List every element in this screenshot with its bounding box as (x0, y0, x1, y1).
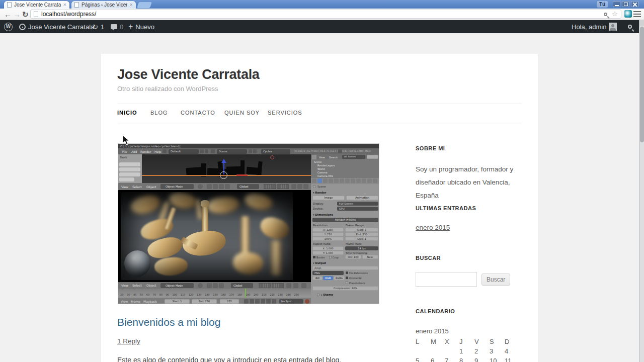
blender-right-panel: View Search All Scenes Scene RenderLayer… (311, 154, 379, 304)
minimize-button[interactable] (613, 1, 620, 7)
admin-bar-new[interactable]: + Nuevo (128, 20, 154, 33)
updates-icon: ↻ (93, 22, 98, 32)
jump-start-icon (244, 299, 249, 304)
nav-inicio[interactable]: INICIO (117, 110, 137, 116)
nav-contacto[interactable]: CONTACTO (181, 110, 215, 116)
site-tagline: Otro sitio realizado con WordPress (117, 85, 218, 93)
site-title[interactable]: Jose Vicente Carratala (117, 67, 260, 82)
rendered-tuning-pegs-photo (121, 192, 293, 280)
layers-grid (264, 185, 275, 189)
render-tab-icon (317, 178, 322, 183)
comments-icon (111, 24, 117, 29)
profile-badge[interactable]: Tú (597, 1, 608, 8)
nav-blog[interactable]: BLOG (150, 110, 168, 116)
record-icon (305, 299, 309, 304)
outliner-tree: Scene RenderLayers World Camera Camera.0… (311, 159, 379, 178)
browser-tab-1[interactable]: Jose Vicente Carratala | Otr × (4, 1, 69, 9)
browser-toolbar: ← → ↻ localhost/wordpress/ ☆ (0, 9, 644, 20)
divider (117, 124, 522, 124)
plus-icon: + (128, 22, 133, 31)
border-checkbox (313, 256, 315, 258)
page-favicon (74, 2, 79, 8)
sidebar-recent-heading: ULTIMAS ENTRADAS (416, 205, 476, 211)
scroll-up-arrow[interactable] (639, 20, 644, 26)
sidebar-calendar-heading: CALENDARIO (416, 308, 455, 314)
placeholders-checkbox (346, 282, 348, 284)
overwrite-checkbox (346, 277, 348, 279)
url-host: localhost (41, 11, 65, 18)
wp-logo[interactable]: W (4, 20, 13, 33)
admin-bar-account[interactable]: Hola, admin (572, 20, 617, 33)
nav-servicios[interactable]: SERVICIOS (268, 110, 302, 116)
nav-quien-soy[interactable]: QUIEN SOY (224, 110, 260, 116)
prev-keyframe-icon (250, 299, 254, 304)
bookmark-star-icon[interactable]: ☆ (612, 11, 618, 18)
browser-tab-2[interactable]: Páginas ‹ Jose Vicente Carra × (71, 1, 136, 9)
blender-title-bar: r* [S:\cycles\clavijas video cycles.blen… (118, 144, 379, 148)
blender-viewport-header-2: View Select Object Object Mode Global (118, 282, 311, 289)
tab-close-icon[interactable]: × (63, 2, 66, 8)
blender-menu-bar: File Add Render Help Default Scene Cycle… (118, 148, 379, 154)
address-bar[interactable]: localhost/wordpress/ ☆ (30, 10, 621, 19)
blender-timeline-header: View Frame Playback Start: 1 End: 250 17… (118, 298, 311, 304)
search-input[interactable] (416, 272, 477, 287)
next-keyframe-icon (266, 299, 271, 304)
page-favicon (7, 2, 12, 8)
calendar-caption: enero 2015 (416, 327, 449, 335)
play-reverse-icon (255, 299, 260, 304)
layout-icon (163, 149, 167, 153)
outliner-header: View Search All Scenes (311, 154, 379, 159)
browser-titlebar: Jose Vicente Carratala | Otr × Páginas ‹… (0, 0, 644, 9)
restore-icon (624, 3, 628, 6)
extension-icon[interactable] (624, 10, 632, 18)
admin-bar-comments[interactable]: 0 (111, 20, 123, 33)
minimize-icon (615, 5, 619, 6)
blender-timeline-ruler: 20 30 40 50 60 70 80 90 100 110 120 130 … (118, 289, 311, 298)
scrollbar-thumb[interactable] (640, 27, 644, 142)
scene-icon (211, 149, 215, 153)
page-icon (34, 12, 38, 17)
admin-bar-search[interactable] (628, 20, 632, 33)
crop-checkbox (329, 256, 332, 258)
wp-admin-bar: W Jose Vicente Carratala ↻ 1 0 + Nuevo H… (0, 20, 639, 33)
cursor-3d (220, 171, 227, 179)
play-icon (261, 299, 265, 304)
divider (117, 104, 522, 104)
tab-close-icon[interactable]: × (130, 2, 133, 8)
search-submit-button[interactable]: Buscar (481, 274, 510, 286)
sidebar-about-text: Soy un programador, formador y diseñador… (416, 163, 524, 202)
back-button[interactable]: ← (4, 9, 12, 20)
post-title-link[interactable]: Bienvenidos a mi blog (117, 316, 220, 328)
sidebar-search-heading: BUSCAR (416, 255, 441, 261)
pin-icon (313, 186, 315, 188)
close-button[interactable] (631, 1, 638, 7)
file-extensions-checkbox (346, 272, 348, 274)
zoom-icon[interactable] (604, 13, 607, 16)
post-excerpt: Este es algo de contenido que voy a intr… (117, 356, 384, 362)
blender-tool-shelf: Tools (118, 154, 142, 183)
sidebar-about-heading: SOBRE MI (416, 145, 445, 151)
admin-bar-site-name[interactable]: Jose Vicente Carratala (19, 20, 94, 33)
new-tab-button[interactable] (137, 2, 152, 8)
restore-button[interactable] (622, 1, 629, 7)
forward-button[interactable]: → (13, 9, 21, 20)
reload-button[interactable]: ↻ (22, 9, 29, 20)
blog-post-image-blender-screenshot: r* [S:\cycles\clavijas video cycles.blen… (118, 143, 379, 304)
blender-viewport-header: View Select Object Object Mode Global (118, 183, 311, 190)
tab-title: Jose Vicente Carratala | Otr (14, 2, 61, 8)
browser-menu-icon[interactable] (633, 11, 641, 12)
properties-tabs (311, 178, 379, 184)
jump-end-icon (272, 299, 276, 304)
mouse-cursor (122, 135, 130, 146)
avatar (609, 23, 617, 31)
tab-title: Páginas ‹ Jose Vicente Carra (82, 2, 127, 8)
url-path: /wordpress/ (65, 11, 96, 18)
reply-link[interactable]: 1 Reply (117, 337, 140, 345)
recent-post-link[interactable]: enero 2015 (416, 224, 450, 231)
stamp-checkbox (317, 294, 319, 296)
search-icon (628, 25, 632, 29)
admin-bar-updates[interactable]: ↻ 1 (93, 20, 104, 33)
blender-top-viewport (142, 154, 311, 183)
dashboard-icon (19, 24, 26, 30)
page-scrollbar[interactable] (639, 20, 644, 362)
